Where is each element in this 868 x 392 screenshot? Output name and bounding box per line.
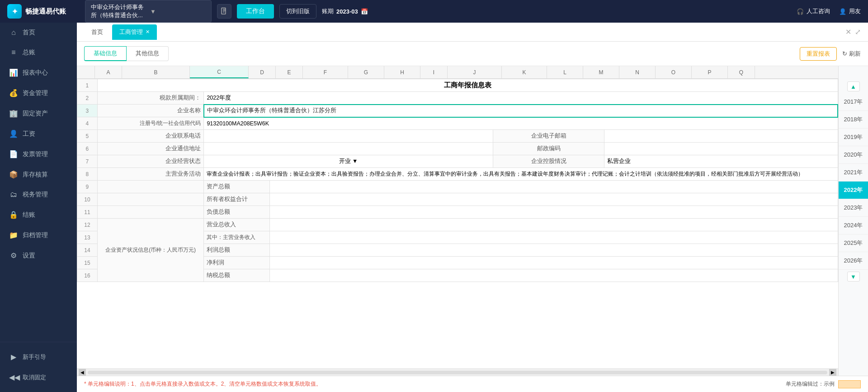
year-scroll-down-button[interactable]: ▼ bbox=[847, 272, 860, 282]
tab-home[interactable]: 首页 bbox=[84, 24, 110, 40]
sidebar-label-guide: 新手引导 bbox=[23, 353, 46, 361]
col-header-c: C bbox=[190, 66, 249, 78]
year-item-2020[interactable]: 2020年 bbox=[839, 146, 868, 164]
tab-controls: ✕ ⤢ bbox=[845, 28, 861, 36]
user-menu[interactable]: 👤 用友 bbox=[839, 7, 861, 15]
calendar-icon[interactable]: 📅 bbox=[361, 8, 368, 15]
row-num-5: 5 bbox=[77, 130, 98, 143]
tab-maximize-icon[interactable]: ⤢ bbox=[855, 28, 861, 36]
consult-button[interactable]: 🎧 人工咨询 bbox=[797, 7, 830, 15]
cell-10-merged bbox=[97, 193, 204, 206]
cell-16-value[interactable] bbox=[270, 269, 838, 282]
cell-3-value[interactable]: 中审众环会计师事务所（特殊普通合伙）江苏分所 bbox=[204, 105, 838, 117]
sidebar-item-salary[interactable]: 👤 工资 bbox=[0, 124, 77, 144]
cell-6-zip[interactable] bbox=[604, 143, 838, 155]
cell-15-value[interactable] bbox=[270, 257, 838, 269]
col-header-d: D bbox=[249, 66, 276, 78]
tab-home-label: 首页 bbox=[91, 28, 103, 36]
sidebar-item-pin[interactable]: ◀◀ 取消固定 bbox=[0, 367, 77, 387]
sidebar-label-archive: 归档管理 bbox=[23, 231, 48, 239]
cell-5-phone[interactable] bbox=[204, 130, 493, 143]
cell-11-value[interactable] bbox=[270, 206, 838, 219]
company-selector[interactable]: 中审众环会计师事务所（特殊普通合伙... ▼ bbox=[85, 0, 212, 23]
sub-tab-basic[interactable]: 基础信息 bbox=[84, 46, 127, 61]
inventory-icon: 📦 bbox=[9, 170, 18, 179]
hscroll-track[interactable] bbox=[88, 371, 827, 374]
year-item-2023[interactable]: 2023年 bbox=[839, 199, 868, 217]
year-scroll-up-button[interactable]: ▲ bbox=[847, 81, 860, 91]
sidebar-scroll: ⌂ 首页 ≡ 总账 📊 报表中心 💰 资金管理 🏢 固定资产 👤 工资 bbox=[0, 23, 77, 342]
cell-7-holding[interactable]: 私营企业 bbox=[604, 155, 838, 168]
hscroll-left-button[interactable]: ◀ bbox=[79, 369, 86, 376]
year-item-2018[interactable]: 2018年 bbox=[839, 111, 868, 129]
sidebar-item-invoice[interactable]: 📄 发票管理 bbox=[0, 144, 77, 164]
cell-12-value[interactable] bbox=[270, 219, 838, 231]
tab-close-window-icon[interactable]: ✕ bbox=[845, 28, 851, 36]
headset-icon: 🎧 bbox=[797, 8, 804, 15]
sidebar-item-inventory[interactable]: 📦 库存核算 bbox=[0, 164, 77, 185]
sidebar-item-report[interactable]: 📊 报表中心 bbox=[0, 62, 77, 83]
row-num-7: 7 bbox=[77, 155, 98, 168]
col-header-a: A bbox=[95, 66, 122, 78]
old-version-button[interactable]: 切到旧版 bbox=[279, 4, 316, 19]
cell-13-sub-label: 其中：主营业务收入 bbox=[204, 231, 270, 244]
cell-7-status[interactable]: 开业 ▼ bbox=[204, 155, 493, 168]
sidebar-label-close: 结账 bbox=[23, 211, 35, 219]
tab-bizreg-label: 工商管理 bbox=[119, 28, 143, 36]
sub-tab-other[interactable]: 其他信息 bbox=[127, 46, 169, 61]
bottom-bar: * 单元格编辑说明：1、点击单元格直接录入数值或文本。2、清空单元格数值或文本恢… bbox=[77, 376, 868, 392]
cell-2-value[interactable]: 2022年度 bbox=[204, 92, 838, 105]
archive-icon: 📁 bbox=[9, 231, 18, 239]
cell-4-value[interactable]: 91320100MA208E5W6K bbox=[204, 117, 838, 130]
cell-9-value[interactable] bbox=[270, 181, 838, 193]
cell-13-value[interactable] bbox=[270, 231, 838, 244]
table-row: 8 主营业务活动 审查企业会计报表；出具审计报告；验证企业资本；出具验资报告；办… bbox=[77, 168, 838, 181]
year-item-2022[interactable]: 2022年 bbox=[839, 182, 868, 199]
sub-tab-basic-label: 基础信息 bbox=[94, 50, 117, 57]
company-dropdown-arrow: ▼ bbox=[150, 8, 206, 15]
row-num-14: 14 bbox=[77, 244, 98, 257]
document-icon[interactable] bbox=[217, 4, 231, 19]
year-item-2025[interactable]: 2025年 bbox=[839, 234, 868, 252]
sidebar-item-ledger[interactable]: ≡ 总账 bbox=[0, 43, 77, 62]
cell-6-addr[interactable] bbox=[204, 143, 493, 155]
cell-6-zip-label: 邮政编码 bbox=[493, 143, 604, 155]
workbench-button[interactable]: 工作台 bbox=[237, 4, 274, 19]
sidebar-item-tax[interactable]: 🗂 税务管理 bbox=[0, 185, 77, 205]
sidebar-item-archive[interactable]: 📁 归档管理 bbox=[0, 225, 77, 245]
cell-12-sub-label: 营业总收入 bbox=[204, 219, 270, 231]
year-item-2017[interactable]: 2017年 bbox=[839, 93, 868, 111]
logo-area: ✦ 畅捷通易代账 bbox=[7, 4, 80, 19]
tab-close-icon[interactable]: ✕ bbox=[146, 29, 150, 35]
cell-5-email[interactable] bbox=[604, 130, 838, 143]
cell-8-business[interactable]: 审查企业会计报表；出具审计报告；验证企业资本；出具验资报告；办理企业合并、分立、… bbox=[204, 168, 838, 181]
year-panel-bottom-arrows: ▼ bbox=[839, 270, 868, 283]
tab-bar: 首页 工商管理 ✕ ✕ ⤢ bbox=[77, 23, 868, 42]
table-row: 12 企业资产状况信息(币种：人民币万元) 营业总收入 bbox=[77, 219, 838, 231]
sidebar-item-assets[interactable]: 🏢 固定资产 bbox=[0, 103, 77, 124]
tab-bizreg[interactable]: 工商管理 ✕ bbox=[112, 24, 157, 40]
header-right: 🎧 人工咨询 👤 用友 bbox=[797, 7, 861, 15]
sheet-title-cell[interactable]: 工商年报信息表 bbox=[97, 79, 838, 92]
sidebar-item-finance[interactable]: 💰 资金管理 bbox=[0, 83, 77, 103]
sidebar-label-report: 报表中心 bbox=[23, 69, 48, 77]
year-item-2024[interactable]: 2024年 bbox=[839, 217, 868, 234]
col-header-q: Q bbox=[728, 66, 755, 78]
col-header-k: K bbox=[502, 66, 547, 78]
year-item-2019[interactable]: 2019年 bbox=[839, 129, 868, 146]
sidebar-item-guide[interactable]: ▶ 新手引导 bbox=[0, 347, 77, 367]
spreadsheet-container: A B C D E F G H I J K L M N O bbox=[77, 66, 838, 376]
table-body: 1 工商年报信息表 2 税款所属期间： 2022年度 3 bbox=[77, 79, 838, 368]
page-toolbar: 基础信息 其他信息 重置报表 ↻ 刷新 bbox=[77, 42, 868, 66]
sidebar-item-settings[interactable]: ⚙ 设置 bbox=[0, 245, 77, 266]
year-item-2021[interactable]: 2021年 bbox=[839, 164, 868, 182]
cell-10-value[interactable] bbox=[270, 193, 838, 206]
year-item-2026[interactable]: 2026年 bbox=[839, 252, 868, 270]
refresh-button[interactable]: ↻ 刷新 bbox=[842, 50, 861, 58]
sidebar-item-close[interactable]: 🔒 结账 bbox=[0, 205, 77, 225]
year-panel-top-arrows: ▲ bbox=[839, 80, 868, 93]
reset-report-button[interactable]: 重置报表 bbox=[800, 47, 837, 61]
sidebar-item-home[interactable]: ⌂ 首页 bbox=[0, 23, 77, 43]
hscroll-right-button[interactable]: ▶ bbox=[829, 369, 836, 376]
cell-14-value[interactable] bbox=[270, 244, 838, 257]
